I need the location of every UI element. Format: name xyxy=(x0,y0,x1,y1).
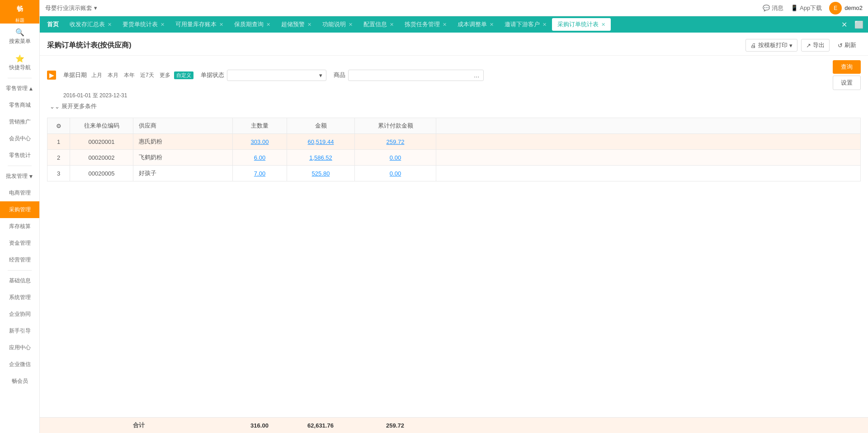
industry-selector[interactable]: 母婴行业演示账套 ▾ xyxy=(45,4,97,12)
tab-zhuhuo-close[interactable]: ✕ xyxy=(443,22,447,28)
tab-shoufaahui[interactable]: 收发存汇总表 ✕ xyxy=(64,18,117,31)
print-button[interactable]: 🖨 按模板打印 ▾ xyxy=(745,39,797,52)
sidebar-item-newguide[interactable]: 新手引导 xyxy=(0,323,39,339)
tab-baozhiqi-close[interactable]: ✕ xyxy=(266,22,270,28)
tab-chaochuyujing[interactable]: 超储预警 ✕ xyxy=(276,18,317,31)
sidebar-item-system[interactable]: 系统管理 xyxy=(0,289,39,306)
message-button[interactable]: 💬 消息 xyxy=(763,4,783,12)
shortcut-last-7days[interactable]: 近7天 xyxy=(138,71,156,80)
tab-caigou-close[interactable]: ✕ xyxy=(601,22,605,28)
table-row[interactable]: 2 00020002 飞鹤奶粉 6.00 1,586.52 0.00 xyxy=(47,150,861,166)
sidebar-item-purchase[interactable]: 采购管理 xyxy=(0,201,39,218)
tab-yaoqing[interactable]: 邀请下游客户 ✕ xyxy=(499,18,552,31)
user-menu[interactable]: E demo2 xyxy=(829,2,863,14)
tab-chengben[interactable]: 成本调整单 ✕ xyxy=(452,18,499,31)
tab-yaohuo-close[interactable]: ✕ xyxy=(160,22,165,28)
sidebar-item-search[interactable]: 🔍 搜索菜单 xyxy=(0,24,39,50)
tab-keyong-close[interactable]: ✕ xyxy=(219,22,223,28)
app-download-button[interactable]: 📱 App下载 xyxy=(791,4,822,12)
refresh-button[interactable]: ↺ 刷新 xyxy=(833,39,861,51)
shortcut-this-year[interactable]: 本年 xyxy=(122,71,137,80)
tab-caigou[interactable]: 采购订单统计表 ✕ xyxy=(552,18,611,31)
date-label: 单据日期 xyxy=(63,71,87,79)
shortcut-last-month[interactable]: 上月 xyxy=(90,71,104,80)
sidebar-item-ecommerce[interactable]: 电商管理 xyxy=(0,185,39,201)
tab-home[interactable]: 首页 xyxy=(42,18,64,31)
table-row[interactable]: 1 00020001 惠氏奶粉 303.00 60,519.44 259.72 xyxy=(47,134,861,150)
tabbar-maximize[interactable]: ⬜ xyxy=(852,19,866,30)
tab-baozhiqi-label: 保质期查询 xyxy=(234,20,264,29)
tab-keyong[interactable]: 可用量库存账本 ✕ xyxy=(170,18,229,31)
tab-caigou-label: 采购订单统计表 xyxy=(557,20,599,29)
table-header-row: ⚙ 往来单位编码 供应商 主数量 xyxy=(47,118,861,134)
sidebar-item-member[interactable]: 会员中心 xyxy=(0,130,39,147)
weixin-label: 企业微信 xyxy=(9,361,31,368)
tabbar-close-all[interactable]: ✕ xyxy=(839,19,850,30)
appcenter-label: 应用中心 xyxy=(9,344,31,352)
th-settings[interactable]: ⚙ xyxy=(47,118,70,134)
sidebar: 畅 标题 🔍 搜索菜单 ⭐ 快捷导航 零售管理 ▲ 零售商城 营销推广 会员中心… xyxy=(0,0,40,433)
sidebar-item-retail-store[interactable]: 零售商城 xyxy=(0,97,39,114)
date-range-display: 2016-01-01 至 2023-12-31 xyxy=(63,92,127,100)
cell-qty-0[interactable]: 303.00 xyxy=(233,134,287,150)
sidebar-item-operations[interactable]: 经营管理 xyxy=(0,252,39,268)
sidebar-item-member2[interactable]: 畅会员 xyxy=(0,373,39,390)
tab-chaochuyujing-close[interactable]: ✕ xyxy=(307,22,311,28)
tab-yaoqing-close[interactable]: ✕ xyxy=(542,22,547,28)
status-select[interactable]: ▾ xyxy=(227,70,326,81)
tab-peizhi[interactable]: 配置信息 ✕ xyxy=(358,18,399,31)
settings-button[interactable]: 设置 xyxy=(833,76,861,90)
cell-paid-1[interactable]: 0.00 xyxy=(355,150,436,166)
cell-code-2: 00020005 xyxy=(70,166,133,181)
tab-zhuhuo[interactable]: 拣货任务管理 ✕ xyxy=(399,18,452,31)
cell-paid-0[interactable]: 259.72 xyxy=(355,134,436,150)
tab-baozhiqi[interactable]: 保质期查询 ✕ xyxy=(229,18,276,31)
filter-collapse-toggle[interactable]: ▶ xyxy=(47,71,56,80)
goods-input-more[interactable]: … xyxy=(474,72,480,79)
tab-gongneng[interactable]: 功能说明 ✕ xyxy=(317,18,358,31)
divider-2 xyxy=(8,166,31,166)
tab-shoufaahui-label: 收发存汇总表 xyxy=(70,20,105,29)
cell-paid-2[interactable]: 0.00 xyxy=(355,166,436,181)
sidebar-item-finance[interactable]: 资金管理 xyxy=(0,235,39,252)
sidebar-item-search-label: 搜索菜单 xyxy=(9,38,31,45)
sidebar-item-marketing[interactable]: 营销推广 xyxy=(0,114,39,130)
sidebar-item-weixin[interactable]: 企业微信 xyxy=(0,356,39,373)
sidebar-item-enterprise[interactable]: 企业协同 xyxy=(0,306,39,323)
cell-amount-2[interactable]: 525.80 xyxy=(287,166,355,181)
app-logo[interactable]: 畅 标题 xyxy=(0,0,40,24)
tab-chengben-label: 成本调整单 xyxy=(458,20,487,29)
sidebar-item-wholesale[interactable]: 批发管理 ▼ xyxy=(0,168,39,185)
shortcut-this-month[interactable]: 本月 xyxy=(106,71,120,80)
page-header: 采购订单统计表(按供应商) 🖨 按模板打印 ▾ ↗ 导出 ↺ 刷新 xyxy=(40,33,868,56)
sidebar-item-inventory[interactable]: 库存核算 xyxy=(0,218,39,235)
cell-amount-0[interactable]: 60,519.44 xyxy=(287,134,355,150)
sidebar-item-retail-stats[interactable]: 零售统计 xyxy=(0,147,39,164)
tab-chengben-close[interactable]: ✕ xyxy=(490,22,494,28)
topbar-right: 💬 消息 📱 App下载 E demo2 xyxy=(763,2,863,14)
th-code: 往来单位编码 xyxy=(70,118,133,134)
cell-qty-1[interactable]: 6.00 xyxy=(233,150,287,166)
sidebar-item-appcenter[interactable]: 应用中心 xyxy=(0,339,39,356)
tab-peizhi-close[interactable]: ✕ xyxy=(390,22,394,28)
expand-conditions-button[interactable]: ⌄⌄ 展开更多条件 xyxy=(50,102,97,110)
sidebar-item-quicknav[interactable]: ⭐ 快捷导航 xyxy=(0,50,39,76)
tab-shoufaahui-close[interactable]: ✕ xyxy=(108,22,112,28)
query-button[interactable]: 查询 xyxy=(833,60,861,74)
sidebar-item-basic[interactable]: 基础信息 xyxy=(0,272,39,289)
tabbar-actions: ✕ ⬜ xyxy=(839,19,866,30)
goods-input[interactable] xyxy=(352,72,471,79)
shortcut-more[interactable]: 更多 xyxy=(158,71,172,80)
sidebar-item-retail[interactable]: 零售管理 ▲ xyxy=(0,80,39,97)
main-content: 母婴行业演示账套 ▾ 💬 消息 📱 App下载 E demo2 首页 收发存汇总… xyxy=(40,0,868,433)
page-title: 采购订单统计表(按供应商) xyxy=(47,41,132,50)
th-empty xyxy=(436,118,861,134)
tab-yaohuo[interactable]: 要货单统计表 ✕ xyxy=(117,18,170,31)
tab-gongneng-close[interactable]: ✕ xyxy=(349,22,353,28)
export-button[interactable]: ↗ 导出 xyxy=(801,39,830,52)
table-row[interactable]: 3 00020005 好孩子 7.00 525.80 0.00 xyxy=(47,166,861,181)
collapse-btn[interactable]: ▶ xyxy=(47,71,56,80)
cell-qty-2[interactable]: 7.00 xyxy=(233,166,287,181)
refresh-icon: ↺ xyxy=(838,42,843,49)
cell-amount-1[interactable]: 1,586.52 xyxy=(287,150,355,166)
